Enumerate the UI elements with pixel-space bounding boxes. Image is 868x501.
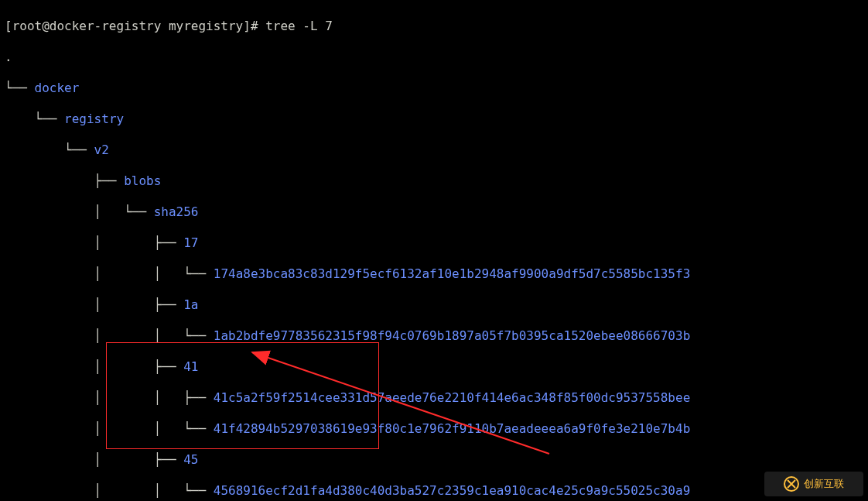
tree-row: └── registry	[5, 112, 690, 127]
tree-row: └── v2	[5, 142, 690, 158]
tree-row: │ ├── 41	[5, 359, 690, 375]
tree-row: │ │ ├── 41c5a2f59f2514cee331d57aeede76e2…	[5, 390, 690, 406]
tree-row: │ ├── 45	[5, 452, 690, 468]
logo-icon	[784, 476, 799, 492]
tree-row: │ ├── 17	[5, 235, 690, 251]
logo-text: 创新互联	[804, 476, 844, 492]
terminal: [root@docker-registry myregistry]# tree …	[5, 3, 690, 501]
tree-row: ├── blobs	[5, 173, 690, 189]
tree-root: .	[5, 50, 690, 65]
cmd-line: [root@docker-registry myregistry]# tree …	[5, 19, 690, 34]
tree-row: │ │ └── 174a8e3bca83c83d129f5ecf6132af10…	[5, 266, 690, 282]
watermark-logo: 创新互联	[764, 472, 863, 496]
tree-row: └── docker	[5, 81, 690, 96]
tree-row: │ │ └── 1ab2bdfe97783562315f98f94c0769b1…	[5, 328, 690, 344]
tree-row: │ │ └── 41f42894b5297038619e93f80c1e7962…	[5, 421, 690, 437]
tree-row: │ └── sha256	[5, 204, 690, 220]
tree-row: │ │ └── 4568916ecf2d1fa4d380c40d3ba527c2…	[5, 483, 690, 499]
tree-row: │ ├── 1a	[5, 297, 690, 313]
